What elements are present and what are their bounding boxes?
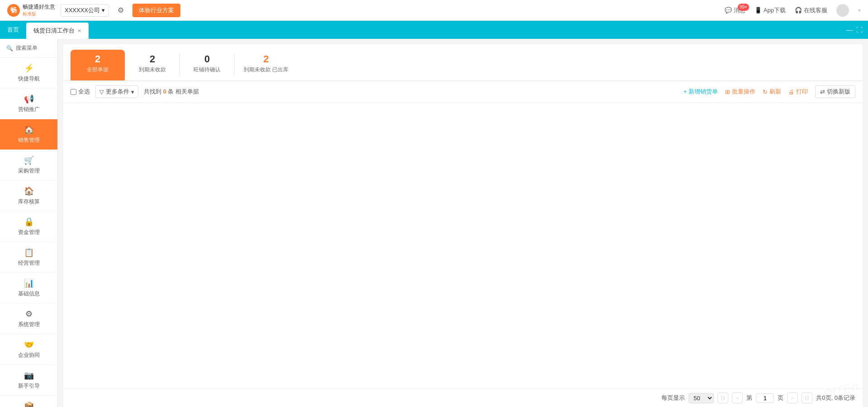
stat-label-pending: 旺铺待确认 [193, 66, 221, 74]
tab-close-icon[interactable]: ✕ [77, 28, 81, 34]
print-btn[interactable]: 🖨 打印 [788, 88, 808, 96]
stat-count-overdue-shipped: 2 [264, 53, 269, 65]
select-all-label: 全选 [78, 88, 90, 96]
camera-icon: 📷 [24, 370, 34, 380]
sidebar-item-inventory[interactable]: 🏠 库存核算 [0, 181, 57, 211]
search-menu-btn[interactable]: 🔍 搜索菜单 [5, 42, 53, 54]
message-icon: 💬 [725, 7, 732, 14]
search-icon: 🔍 [6, 45, 13, 51]
table-area [63, 103, 863, 388]
stat-tab-all[interactable]: 2 全部单据 [71, 50, 125, 80]
header-right: 💬 消息 99+ 📱 App下载 🎧 在线客服 ▾ [725, 4, 861, 17]
app-download-btn[interactable]: 📱 App下载 [755, 6, 786, 14]
add-sales-order-btn[interactable]: + 新增销货单 [684, 88, 718, 96]
switch-label: 切换新版 [827, 88, 850, 96]
per-page-label: 每页显示 [661, 394, 685, 402]
settings-icon-btn[interactable]: ⚙ [114, 4, 127, 17]
sidebar-item-guide[interactable]: 📷 新手引导 [0, 365, 57, 396]
lightning-icon: ⚡ [24, 63, 34, 73]
sidebar-item-quick-nav[interactable]: ⚡ 快捷导航 [0, 58, 57, 89]
sidebar-item-label: 库存核算 [18, 198, 40, 206]
next-page-btn[interactable]: ＞ [787, 393, 798, 403]
found-text: 共找到 0 条 相关单据 [144, 88, 199, 96]
sidebar-item-finance[interactable]: 🔒 资金管理 [0, 211, 57, 242]
page-label: 第 [746, 394, 752, 402]
sidebar-item-sales[interactable]: 🏠 销售管理 [0, 119, 57, 150]
page-number-input[interactable] [756, 393, 774, 403]
service-icon: 🎧 [795, 7, 802, 14]
tab-actions: — ⛶ [846, 26, 868, 33]
sidebar-item-label: 采购管理 [18, 167, 40, 175]
tab-cash-flow-label: 钱货日清工作台 [33, 27, 75, 35]
toolbar: 全选 ▽ 更多条件 ▾ 共找到 0 条 相关单据 + 新增销货单 ⊞ 批量操作 [63, 81, 863, 103]
stat-label-overdue: 到期未收款 [139, 66, 166, 74]
online-service-label: 在线客服 [804, 6, 827, 14]
table-icon: 📊 [24, 278, 34, 288]
found-count: 0 [163, 88, 166, 95]
refresh-btn[interactable]: ↻ 刷新 [763, 88, 781, 96]
user-name[interactable]: ▾ [858, 7, 861, 14]
cart-icon: 🛒 [24, 155, 34, 165]
stat-tab-overdue-shipped[interactable]: 2 到期未收款 已出库 [235, 50, 297, 80]
sidebar-item-label: 营销推广 [18, 106, 40, 113]
tab-minimize-icon[interactable]: — [846, 26, 853, 33]
stat-label-overdue-shipped: 到期未收款 已出库 [244, 66, 288, 74]
stat-count-pending: 0 [204, 53, 210, 65]
tab-bar: 首页 钱货日清工作台 ✕ — ⛶ [0, 21, 868, 39]
stat-count-all: 2 [95, 53, 100, 65]
logo-icon: 畅 [7, 4, 20, 17]
print-icon: 🖨 [788, 89, 794, 95]
logo-text: 畅捷通好生意 标准版 [23, 4, 55, 17]
prev-page-btn[interactable]: ＜ [732, 393, 743, 403]
top-header: 畅 畅捷通好生意 标准版 XXXXXX公司 ▾ ⚙ 体验行业方案 💬 消息 99… [0, 0, 868, 21]
avatar[interactable] [836, 4, 849, 17]
tab-home[interactable]: 首页 [0, 21, 26, 39]
message-btn[interactable]: 💬 消息 99+ [725, 6, 745, 14]
tab-cash-flow[interactable]: 钱货日清工作台 ✕ [26, 23, 89, 39]
chevron-down-icon: ▾ [102, 7, 105, 14]
sidebar-item-basic-info[interactable]: 📊 基础信息 [0, 273, 57, 304]
stat-count-overdue: 2 [150, 53, 155, 65]
content-area: 2 全部单据 2 到期未收款 0 旺铺待确认 2 到期未收款 已出库 [58, 39, 868, 407]
per-page-select[interactable]: 50 10 20 100 [689, 393, 714, 403]
header-left: 畅 畅捷通好生意 标准版 XXXXXX公司 ▾ ⚙ 体验行业方案 [7, 4, 180, 17]
company-selector[interactable]: XXXXXX公司 ▾ [61, 4, 109, 17]
select-all-checkbox[interactable]: 全选 [71, 88, 90, 96]
online-service-btn[interactable]: 🎧 在线客服 [795, 6, 827, 14]
sidebar-item-operations[interactable]: 📋 经营管理 [0, 242, 57, 273]
gear-icon: ⚙ [118, 6, 124, 14]
stat-tab-pending[interactable]: 0 旺铺待确认 [180, 50, 234, 80]
settings-icon: ⚙ [25, 309, 33, 319]
sidebar-item-system[interactable]: ⚙ 系统管理 [0, 304, 57, 334]
last-page-btn[interactable]: ⟩⟩ [802, 393, 812, 403]
sidebar-item-marketing[interactable]: 📢 营销推广 [0, 89, 57, 119]
filter-button[interactable]: ▽ 更多条件 ▾ [95, 85, 138, 98]
sidebar-item-purchase[interactable]: 🛒 采购管理 [0, 150, 57, 181]
toolbar-right: + 新增销货单 ⊞ 批量操作 ↻ 刷新 🖨 打印 ⇄ 切换新版 [684, 85, 855, 98]
refresh-label: 刷新 [769, 88, 781, 96]
total-records: 共0页, 0条记录 [816, 394, 855, 402]
company-name: XXXXXX公司 [65, 6, 100, 14]
select-all-input[interactable] [71, 89, 76, 95]
shop-icon: 🏠 [24, 125, 34, 135]
batch-operations-btn[interactable]: ⊞ 批量操作 [725, 88, 755, 96]
clipboard-icon: 📋 [24, 248, 34, 257]
trial-button[interactable]: 体验行业方案 [132, 4, 180, 17]
first-page-btn[interactable]: ⟨⟨ [717, 393, 728, 403]
stats-tabs: 2 全部单据 2 到期未收款 0 旺铺待确认 2 到期未收款 已出库 [63, 44, 863, 81]
sidebar-item-label: 新手引导 [18, 382, 40, 390]
search-menu-label: 搜索菜单 [16, 44, 38, 52]
lock-icon: 🔒 [24, 217, 34, 227]
sidebar-item-app-center[interactable]: 📦 应用中心 [0, 396, 57, 407]
megaphone-icon: 📢 [24, 94, 34, 104]
sidebar-item-label: 企业协同 [18, 351, 40, 359]
tab-expand-icon[interactable]: ⛶ [856, 26, 863, 33]
add-btn-label: + 新增销货单 [684, 88, 718, 96]
filter-label: 更多条件 [106, 88, 129, 96]
switch-version-btn[interactable]: ⇄ 切换新版 [815, 85, 855, 98]
sidebar-item-cooperation[interactable]: 🤝 企业协同 [0, 334, 57, 365]
chevron-down-icon: ▾ [131, 89, 134, 95]
sidebar-search-section: 🔍 搜索菜单 [0, 39, 57, 58]
stat-tab-overdue[interactable]: 2 到期未收款 [125, 50, 179, 80]
sidebar-item-label: 系统管理 [18, 321, 40, 328]
